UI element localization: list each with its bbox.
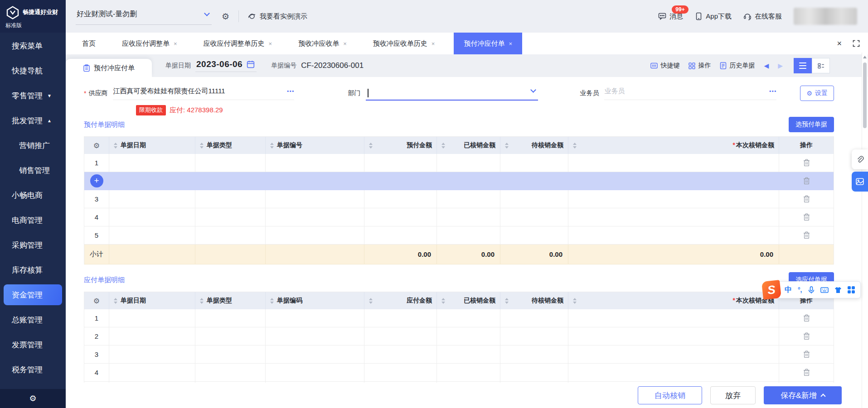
row-number-cell[interactable]: 1 bbox=[84, 154, 109, 172]
history-docs-button[interactable]: 历史单据 bbox=[720, 62, 755, 70]
delete-row-button[interactable] bbox=[779, 154, 834, 172]
table-cell[interactable] bbox=[266, 364, 364, 382]
pick-prepay-docs-button[interactable]: 选预付单据 bbox=[789, 117, 834, 132]
sort-icon[interactable] bbox=[200, 298, 204, 304]
sort-icon[interactable] bbox=[200, 143, 204, 149]
table-cell[interactable] bbox=[364, 190, 437, 208]
table-cell[interactable] bbox=[364, 327, 437, 346]
table-cell[interactable] bbox=[568, 226, 779, 245]
table-cell[interactable] bbox=[266, 309, 364, 327]
sidebar-settings-gear-icon[interactable]: ⚙ bbox=[29, 394, 36, 403]
delete-row-button[interactable] bbox=[779, 364, 834, 382]
table-cell[interactable] bbox=[195, 172, 266, 190]
sort-icon[interactable] bbox=[505, 143, 509, 149]
card-view-button[interactable] bbox=[812, 58, 830, 73]
table-cell[interactable] bbox=[266, 190, 364, 208]
table-cell[interactable] bbox=[195, 208, 266, 226]
add-row-button[interactable]: + bbox=[90, 174, 103, 187]
sidebar-item[interactable]: 固定资产 bbox=[0, 382, 66, 389]
table-cell[interactable] bbox=[109, 208, 195, 226]
table-cell[interactable] bbox=[500, 154, 568, 172]
table-cell[interactable] bbox=[266, 226, 364, 245]
tab[interactable]: 预付冲应付单× bbox=[454, 33, 522, 54]
table-cell[interactable] bbox=[266, 346, 364, 364]
sidebar-item[interactable]: 库存核算 bbox=[0, 258, 66, 283]
discard-button[interactable]: 放弃 bbox=[710, 386, 756, 404]
topbar-gear-icon[interactable]: ⚙ bbox=[222, 11, 229, 22]
table-cell[interactable] bbox=[500, 190, 568, 208]
table-cell[interactable] bbox=[364, 154, 437, 172]
tab-close-icon[interactable]: × bbox=[432, 40, 435, 47]
table-cell[interactable] bbox=[568, 382, 779, 383]
sort-icon[interactable] bbox=[441, 298, 445, 304]
sidebar-item[interactable]: 营销推广 bbox=[0, 133, 66, 158]
account-switcher[interactable]: 好业财测试-量勿删 bbox=[76, 8, 212, 25]
table-cell[interactable] bbox=[437, 346, 500, 364]
scrollbar-thumb[interactable] bbox=[863, 62, 867, 128]
sort-icon[interactable] bbox=[369, 298, 373, 304]
table-cell[interactable] bbox=[109, 364, 195, 382]
column-header[interactable]: 单据编号 bbox=[266, 137, 364, 154]
sidebar-item[interactable]: 搜索菜单 bbox=[0, 34, 66, 58]
table-cell[interactable] bbox=[437, 190, 500, 208]
table-cell[interactable] bbox=[109, 382, 195, 383]
tab-close-icon[interactable]: × bbox=[269, 40, 272, 47]
department-chevron-down-icon[interactable] bbox=[531, 87, 537, 93]
calendar-icon[interactable] bbox=[247, 60, 255, 68]
tab[interactable]: 预收冲应收单× bbox=[291, 33, 354, 54]
operations-button[interactable]: 操作 bbox=[689, 62, 711, 70]
demo-link[interactable]: 我要看实例演示 bbox=[248, 12, 307, 21]
sidebar-item[interactable]: 电商管理 bbox=[0, 208, 66, 233]
table-cell[interactable] bbox=[195, 382, 266, 383]
delete-row-button[interactable] bbox=[779, 382, 834, 383]
sort-icon[interactable] bbox=[270, 298, 274, 304]
column-header[interactable]: 预付金额 bbox=[364, 137, 437, 154]
table-cell[interactable] bbox=[437, 327, 500, 346]
table-cell[interactable] bbox=[568, 346, 779, 364]
sidebar-item[interactable]: 采购管理 bbox=[0, 233, 66, 258]
next-doc-arrow-icon[interactable]: ▶ bbox=[778, 62, 783, 69]
column-header[interactable]: 待核销金额 bbox=[500, 137, 568, 154]
table-cell[interactable] bbox=[568, 190, 779, 208]
tab-close-icon[interactable]: × bbox=[343, 40, 347, 47]
sidebar-item[interactable]: 销售管理 bbox=[0, 158, 66, 183]
delete-row-button[interactable] bbox=[779, 309, 834, 327]
table-cell[interactable] bbox=[364, 208, 437, 226]
column-header[interactable]: 单据类型 bbox=[195, 292, 266, 309]
sidebar-item[interactable]: 快捷导航 bbox=[0, 58, 66, 83]
table-cell[interactable] bbox=[195, 309, 266, 327]
column-header[interactable]: 应付金额 bbox=[364, 292, 437, 309]
sidebar-item[interactable]: 资金管理 bbox=[4, 284, 62, 305]
table-cell[interactable] bbox=[364, 382, 437, 383]
sort-icon[interactable] bbox=[505, 298, 509, 304]
delete-row-button[interactable] bbox=[779, 327, 834, 346]
row-number-cell[interactable]: 3 bbox=[84, 346, 109, 364]
table-cell[interactable] bbox=[568, 172, 779, 190]
table-cell[interactable] bbox=[568, 327, 779, 346]
row-number-cell[interactable]: 4 bbox=[84, 208, 109, 226]
sort-icon[interactable] bbox=[441, 143, 445, 149]
column-header[interactable]: 单据日期 bbox=[109, 137, 195, 154]
table-cell[interactable] bbox=[364, 364, 437, 382]
settings-button[interactable]: ⚙ 设置 bbox=[800, 86, 834, 101]
column-header[interactable]: *本次核销金额 bbox=[568, 292, 779, 309]
avatar[interactable] bbox=[794, 8, 857, 25]
app-download-button[interactable]: App下载 bbox=[695, 12, 732, 21]
delete-row-button[interactable] bbox=[779, 346, 834, 364]
column-header[interactable]: 单据类型 bbox=[195, 137, 266, 154]
table-cell[interactable] bbox=[195, 154, 266, 172]
table-cell[interactable] bbox=[437, 154, 500, 172]
sort-icon[interactable] bbox=[573, 143, 577, 149]
sidebar-item[interactable]: 税务管理 bbox=[0, 357, 66, 382]
table-cell[interactable] bbox=[109, 154, 195, 172]
table-cell[interactable] bbox=[195, 346, 266, 364]
ime-toolbox-button[interactable] bbox=[848, 286, 855, 293]
sidebar-item[interactable]: 发票管理 bbox=[0, 332, 66, 357]
fullscreen-icon[interactable] bbox=[853, 40, 860, 47]
column-settings-gear-icon[interactable]: ⚙ bbox=[84, 137, 109, 154]
doc-tab[interactable]: 预付冲应付单 bbox=[66, 59, 152, 77]
sidebar-item[interactable]: 小畅电商 bbox=[0, 183, 66, 208]
salesman-field[interactable]: 业务员 ⋯ bbox=[604, 87, 776, 100]
sidebar-item[interactable]: 批发管理▲ bbox=[0, 108, 66, 133]
department-input[interactable] bbox=[366, 86, 538, 101]
